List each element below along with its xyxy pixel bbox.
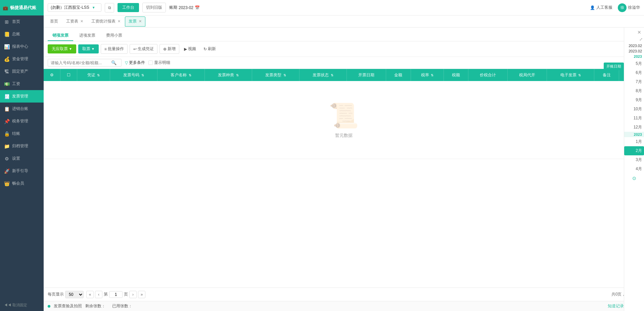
calendar-prev-entry-1[interactable]: 2023.02 [624, 43, 644, 48]
refresh-button[interactable]: ↻ 刷新 [201, 44, 219, 53]
tab-invoice-close-icon[interactable]: ✕ [139, 19, 142, 24]
sidebar-item-sales[interactable]: 📋 进销台账 [0, 103, 44, 115]
sidebar-item-assets[interactable]: 🏗 固定资产 [0, 65, 44, 78]
col-settings[interactable]: ⚙ [44, 69, 60, 81]
calendar-panel: ✕ ⤢ 2023.02 2023.02 2023 5月 6月 7月 8月 9月 … [624, 28, 644, 311]
pagination-nav: « ‹ 第 页 › » [86, 291, 145, 298]
add-button[interactable]: ⊕ 新增 [159, 44, 179, 54]
tab-invoice[interactable]: 发票 ✕ [125, 16, 145, 27]
tab-home[interactable]: 首页 [46, 16, 62, 27]
invoice-icon: 🧾 [4, 94, 9, 99]
batch-ops-button[interactable]: ≡ 批量操作 [101, 44, 128, 54]
status-dot [48, 305, 50, 308]
col-total[interactable]: 价税合计 [468, 69, 508, 81]
page-size-select[interactable]: 50 10 20 100 [65, 291, 84, 298]
tab-payroll-label: 工资表 [66, 18, 78, 24]
col-voucher[interactable]: 凭证 ⇅ [77, 69, 110, 81]
tab-payroll-close-icon[interactable]: ✕ [80, 19, 83, 24]
subtab-purchase[interactable]: 进项发票 [75, 31, 100, 41]
col-tax-code[interactable]: 税局代开 [508, 69, 547, 81]
tab-payroll-stat-close-icon[interactable]: ✕ [118, 19, 121, 24]
calendar-month-1[interactable]: 1月 [624, 137, 644, 146]
user-profile[interactable]: 徐 徐溢华 [618, 3, 640, 12]
col-invoice-type[interactable]: 发票种类 ⇅ [205, 69, 252, 81]
col-tax-rate[interactable]: 税率 ⇅ [411, 69, 444, 81]
calendar-expand-row: ⤢ [624, 37, 644, 43]
switch-version-button[interactable]: 切到旧版 [142, 3, 166, 12]
copy-icon[interactable]: ⧉ [105, 3, 114, 12]
first-page-button[interactable]: « [86, 291, 94, 298]
sidebar-item-guide[interactable]: 🚀 新手引导 [0, 165, 44, 177]
tab-payroll-stat-label: 工资统计报表 [91, 18, 116, 24]
sidebar-item-member[interactable]: 👑 畅会员 [0, 177, 44, 190]
sidebar-item-reports[interactable]: 📊 报表中心 [0, 40, 44, 53]
calendar-month-2[interactable]: 2月 [624, 146, 644, 155]
col-remarks[interactable]: 备注 [594, 69, 619, 81]
period-calendar-icon: 📅 [195, 5, 200, 10]
empty-state: 📜 暂元数据 [44, 81, 644, 159]
tab-payroll-stat[interactable]: 工资统计报表 ✕ [88, 16, 124, 27]
last-page-button[interactable]: » [138, 291, 145, 298]
calendar-expand-button[interactable]: ⤢ [639, 37, 643, 42]
sidebar-collapse[interactable]: ◀◀ 取消固定 [0, 299, 44, 311]
more-conditions-label: 更多条件 [129, 60, 145, 66]
prev-page-button[interactable]: ‹ [95, 291, 102, 298]
sidebar-item-funds[interactable]: 💰 资金管理 [0, 53, 44, 65]
page-size-selector: 每页显示 50 10 20 100 [48, 291, 84, 298]
col-invoice-status[interactable]: 发票状态 ⇅ [300, 69, 347, 81]
sidebar-item-tax[interactable]: 📌 税务管理 [0, 115, 44, 127]
col-amount[interactable]: 金额 [386, 69, 411, 81]
show-detail-checkbox[interactable] [148, 61, 153, 65]
calendar-prev-entry-2[interactable]: 2023.02 [624, 48, 644, 54]
user-avatar: 徐 [618, 3, 627, 12]
sidebar-item-archive[interactable]: 📁 归档管理 [0, 140, 44, 152]
next-page-button[interactable]: › [129, 291, 137, 298]
calendar-month-3[interactable]: 3月 [624, 155, 644, 164]
know-record-link[interactable]: 知道记录 [608, 303, 624, 309]
calendar-month-7[interactable]: 7月 [624, 77, 644, 86]
more-conditions-button[interactable]: ▽ 更多条件 [125, 60, 145, 66]
col-tax-amount[interactable]: 税额 [444, 69, 468, 81]
calendar-month-12[interactable]: 12月 [624, 123, 644, 132]
status-bar: 发票查验及拍照 剩余张数： 已用张数： 知道记录 去充值 [44, 301, 644, 311]
subtab-sales[interactable]: 销项发票 [48, 31, 73, 41]
gen-voucher-button[interactable]: ↩ 生成凭证 [130, 44, 157, 54]
calendar-month-6[interactable]: 6月 [624, 68, 644, 77]
calendar-month-11[interactable]: 11月 [624, 114, 644, 123]
company-selector[interactable]: (勿删）江西股宝-LSS ▼ [48, 3, 101, 12]
sidebar-item-invoice[interactable]: 🧾 发票管理 [0, 90, 44, 103]
calendar-month-10[interactable]: 10月 [624, 105, 644, 114]
no-pick-button[interactable]: 无应取票 ▼ [48, 44, 76, 53]
sidebar-item-closing[interactable]: 🔒 结账 [0, 127, 44, 140]
calendar-month-5[interactable]: 5月 [624, 59, 644, 68]
col-invoice-category[interactable]: 发票类型 ⇅ [252, 69, 300, 81]
subtab-purchase-label: 进项发票 [79, 33, 95, 38]
open-period-button[interactable]: 开账日期 [604, 63, 624, 70]
col-open-date[interactable]: 开票日期 [347, 69, 386, 81]
col-checkbox[interactable]: ☐ [60, 69, 77, 81]
subtab-expense[interactable]: 费用小票 [101, 31, 127, 41]
tab-payroll[interactable]: 工资表 ✕ [62, 16, 87, 27]
video-button[interactable]: ▶ 视频 [181, 44, 199, 53]
subtab-sales-label: 销项发票 [52, 33, 68, 38]
col-customer[interactable]: 客户名称 ⇅ [157, 69, 205, 81]
show-detail-toggle[interactable]: 显示明细 [148, 60, 170, 66]
sidebar-item-home[interactable]: ⊞ 首页 [0, 15, 44, 28]
col-e-invoice[interactable]: 电子发票 ⇅ [547, 69, 594, 81]
calendar-scroll-icon[interactable]: ⊙ [632, 176, 636, 181]
sidebar-item-ledger[interactable]: 📒 总账 [0, 28, 44, 40]
page-number-input[interactable] [109, 291, 123, 298]
workbench-button[interactable]: 工作台 [118, 3, 139, 12]
calendar-month-8[interactable]: 8月 [624, 86, 644, 95]
calendar-close-row: ✕ [624, 28, 644, 37]
sidebar-item-settings[interactable]: ⚙ 设置 [0, 152, 44, 165]
calendar-month-9[interactable]: 9月 [624, 95, 644, 105]
col-invoice-no[interactable]: 发票号码 ⇅ [110, 69, 157, 81]
calendar-month-4[interactable]: 4月 [624, 164, 644, 173]
pick-button[interactable]: 取票 ▼ [78, 44, 99, 53]
service-button[interactable]: 👤 人工客服 [590, 5, 612, 10]
search-icon[interactable]: 🔍 [111, 60, 117, 65]
sidebar-item-payroll[interactable]: 💵 工资 [0, 78, 44, 90]
calendar-close-button[interactable]: ✕ [636, 29, 643, 36]
search-input[interactable] [51, 61, 111, 65]
